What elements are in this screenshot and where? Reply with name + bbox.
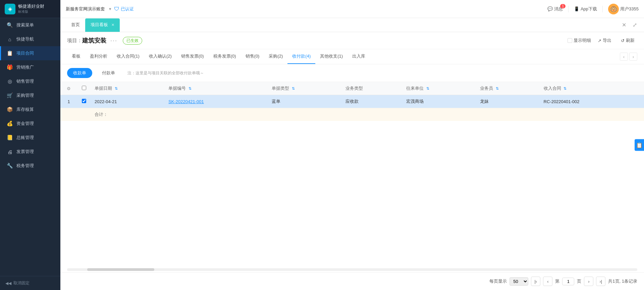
sidebar-item-sales[interactable]: ◎ 销售管理 [0, 74, 60, 88]
scrollbar-track[interactable] [67, 268, 637, 271]
sub-tab-next-button[interactable]: › [629, 53, 637, 61]
settings-icon[interactable]: ⚙ [67, 86, 71, 91]
unpin-button[interactable]: ◀◀ 取消固定 [0, 276, 60, 290]
type-sort-icon[interactable]: ⇅ [292, 86, 295, 90]
sidebar-item-capital[interactable]: 💰 资金管理 [0, 117, 60, 131]
right-float-icon: 📋 [636, 142, 643, 148]
row-checkbox[interactable] [77, 95, 91, 108]
total-row: 合计： [60, 108, 644, 121]
close-window-button[interactable]: ✕ [620, 21, 628, 29]
invoice-icon: 🖨 [6, 149, 13, 155]
tab-home[interactable]: 首页 [66, 18, 85, 32]
user-profile[interactable]: 🐵 用户3355 [608, 4, 639, 14]
select-all-checkbox[interactable] [82, 86, 86, 90]
checkbox-column-header [77, 82, 91, 95]
income-contract-column-header: 收入合同 ⇅ [540, 82, 644, 95]
salesperson-column-header: 业务员 ⇅ [476, 82, 539, 95]
total-label-text: 合计： [91, 108, 644, 121]
tax-icon: 🔧 [6, 163, 13, 169]
page-suffix-label: 页 [577, 278, 581, 284]
sub-tab-other-expenses[interactable]: 其他收支(1) [315, 49, 347, 64]
account-dropdown-icon[interactable]: ▾ [109, 6, 111, 11]
row-type: 蓝单 [268, 95, 341, 108]
gift-icon: 🎁 [6, 64, 13, 70]
sub-tab-sales-invoice[interactable]: 销售发票(0) [176, 49, 209, 64]
show-detail-checkbox[interactable]: 显示明细 [568, 38, 591, 44]
payments-filter-button[interactable]: 付款单 [96, 68, 121, 78]
next-page-button[interactable]: › [584, 277, 593, 286]
sub-tab-prev-button[interactable]: ‹ [620, 53, 628, 61]
export-icon: ↗ [598, 38, 601, 43]
message-icon: 💬 [547, 6, 553, 11]
settings-column-header: ⚙ [60, 82, 77, 95]
income-contract-sort-icon[interactable]: ⇅ [564, 86, 567, 90]
first-page-button[interactable]: |‹ [531, 277, 540, 286]
refresh-button[interactable]: ↺ 刷新 [618, 36, 637, 45]
sidebar-nav: 🔍 搜索菜单 ⌂ 快捷导航 📋 项目合同 🎁 营销推广 ◎ 销售管理 🛒 采购管… [0, 18, 60, 276]
sub-tab-income-confirm[interactable]: 收入确认(2) [144, 49, 176, 64]
row-date: 2022-04-21 [91, 95, 164, 108]
topbar: 新服务官网演示账套 ▾ 🛡 已认证 💬 消息 1 📱 App下载 🐵 [60, 0, 644, 18]
message-button[interactable]: 💬 消息 1 [547, 6, 563, 12]
per-page-select[interactable]: 50 10 20 100 [509, 277, 528, 286]
table-body: 1 2022-04-21 SK-20220421-001 蓝单 应收款 宏茂商场… [60, 95, 644, 108]
sidebar-item-ledger[interactable]: 📒 总账管理 [0, 131, 60, 145]
refresh-icon: ↺ [621, 38, 625, 43]
sidebar-item-tax[interactable]: 🔧 税务管理 [0, 159, 60, 173]
tab-project-board[interactable]: 项目看板 ✕ [85, 18, 120, 32]
right-float-button[interactable]: 📋 [635, 139, 644, 151]
partner-sort-icon[interactable]: ⇅ [426, 86, 429, 90]
topbar-divider-1 [568, 6, 569, 12]
sidebar-item-project-contract[interactable]: 📋 项目合同 [0, 46, 60, 60]
export-button[interactable]: ↗ 导出 [595, 36, 614, 45]
page-header: 项目： 建筑安装 ··· 已生效 显示明细 ↗ 导出 ↺ 刷新 [60, 32, 644, 49]
tab-close-icon[interactable]: ✕ [111, 23, 114, 27]
message-badge: 1 [560, 4, 566, 8]
receipts-filter-button[interactable]: 收款单 [67, 68, 92, 78]
last-page-button[interactable]: ›| [596, 277, 605, 286]
type-column-header: 单据类型 ⇅ [268, 82, 341, 95]
sub-tab-receipts[interactable]: 收付款(4) [287, 49, 315, 64]
prev-page-button[interactable]: ‹ [543, 277, 552, 286]
maximize-window-button[interactable]: ⤢ [631, 21, 639, 29]
sub-tab-tax-invoice[interactable]: 税务发票(0) [209, 49, 241, 64]
salesperson-sort-icon[interactable]: ⇅ [496, 86, 499, 90]
horizontal-scrollbar[interactable] [60, 267, 644, 272]
sidebar-item-marketing[interactable]: 🎁 营销推广 [0, 60, 60, 74]
row-salesperson: 龙妹 [476, 95, 539, 108]
project-icon: 📋 [6, 50, 13, 56]
sub-tab-board[interactable]: 看板 [67, 49, 85, 64]
number-sort-icon[interactable]: ⇅ [189, 86, 192, 90]
row-number[interactable]: SK-20220421-001 [164, 95, 268, 108]
search-icon: 🔍 [6, 22, 13, 28]
biz-type-column-header: 业务类型 [341, 82, 402, 95]
date-sort-icon[interactable]: ⇅ [115, 86, 118, 90]
sidebar-item-purchase[interactable]: 🛒 采购管理 [0, 88, 60, 102]
sub-tab-purchase[interactable]: 采购(2) [264, 49, 287, 64]
sub-tab-income-contract[interactable]: 收入合同(1) [112, 49, 144, 64]
scrollbar-thumb[interactable] [87, 268, 154, 271]
row-select-checkbox[interactable] [82, 99, 86, 103]
sub-tab-profit[interactable]: 盈利分析 [85, 49, 112, 64]
sidebar-item-quick-nav[interactable]: ⌂ 快捷导航 [0, 32, 60, 46]
sidebar-item-search[interactable]: 🔍 搜索菜单 [0, 18, 60, 32]
table-row[interactable]: 1 2022-04-21 SK-20220421-001 蓝单 应收款 宏茂商场… [60, 95, 644, 108]
filter-bar: 收款单 付款单 注：这里是与项目关联的全部收付款单哦～ [60, 64, 644, 82]
sidebar-item-invoice[interactable]: 🖨 发票管理 [0, 145, 60, 159]
ledger-icon: 📒 [6, 135, 13, 141]
topbar-divider-2 [602, 6, 603, 12]
tabbar: 首页 项目看板 ✕ ✕ ⤢ [60, 18, 644, 32]
receipts-table: ⚙ 单据日期 ⇅ 单据编号 ⇅ [60, 82, 644, 121]
sub-tab-sales[interactable]: 销售(0) [241, 49, 264, 64]
sidebar-item-inventory[interactable]: 📦 库存核算 [0, 102, 60, 117]
app-download-button[interactable]: 📱 App下载 [574, 6, 597, 12]
inventory-icon: 📦 [6, 106, 13, 113]
page-input[interactable] [562, 278, 574, 285]
more-actions-button[interactable]: ··· [110, 37, 117, 44]
checkbox-icon [568, 38, 572, 43]
capital-icon: 💰 [6, 121, 13, 127]
unpin-icon: ◀◀ [5, 281, 11, 286]
sub-tab-in-out[interactable]: 出入库 [347, 49, 370, 64]
app-logo-text: 畅捷通好业财 标准版 [18, 4, 44, 14]
page-content: 项目： 建筑安装 ··· 已生效 显示明细 ↗ 导出 ↺ 刷新 [60, 32, 644, 290]
